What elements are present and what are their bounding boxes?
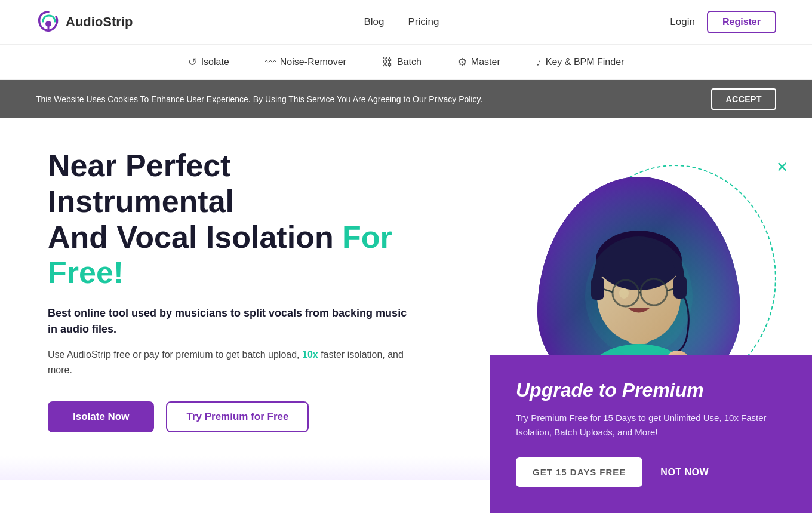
get-15-days-button[interactable]: GET 15 DAYS FREE: [516, 457, 642, 480]
subnav-batch[interactable]: ⛓ Batch: [382, 56, 422, 69]
not-now-button[interactable]: NOT NOW: [660, 467, 709, 478]
hero-title-line1: Near Perfect Instrumental: [48, 148, 234, 219]
hero-cross-icon: ✕: [776, 159, 788, 176]
hero-description: Use AudioStrip free or pay for premium t…: [48, 347, 418, 377]
batch-icon: ⛓: [382, 56, 393, 69]
subnav-batch-label: Batch: [397, 57, 422, 67]
popup-title: Upgrade to Premium: [516, 379, 786, 401]
nav-links: Blog Pricing: [364, 16, 439, 28]
popup-actions: GET 15 DAYS FREE NOT NOW: [516, 457, 786, 480]
cookie-banner: This Website Uses Cookies To Enhance Use…: [0, 80, 812, 118]
noise-remover-icon: 〰: [265, 56, 276, 69]
hero-title-line2-plain: And Vocal Isolation: [48, 220, 342, 254]
key-bpm-icon: ♪: [536, 56, 542, 69]
try-premium-button[interactable]: Try Premium for Free: [166, 401, 309, 432]
subnav-isolate-label: Isolate: [201, 57, 229, 67]
login-link[interactable]: Login: [670, 16, 695, 28]
subnav-noise-label: Noise-Remover: [280, 57, 346, 67]
premium-popup: Upgrade to Premium Try Premium Free for …: [490, 355, 812, 480]
subnav-master-label: Master: [471, 57, 500, 67]
nav-actions: Login Register: [670, 11, 776, 33]
navbar: AudioStrip Blog Pricing Login Register: [0, 0, 812, 45]
cookie-text: This Website Uses Cookies To Enhance Use…: [36, 94, 482, 104]
svg-point-15: [585, 236, 693, 356]
subnav-key-bpm-label: Key & BPM Finder: [546, 57, 625, 67]
logo-link[interactable]: AudioStrip: [36, 10, 133, 35]
subnav: ↺ Isolate 〰 Noise-Remover ⛓ Batch ⚙ Mast…: [0, 45, 812, 80]
isolate-icon: ↺: [188, 56, 197, 69]
subnav-isolate[interactable]: ↺ Isolate: [188, 56, 229, 69]
isolate-now-button[interactable]: Isolate Now: [48, 401, 154, 432]
hero-buttons: Isolate Now Try Premium for Free: [48, 401, 418, 432]
subnav-key-bpm[interactable]: ♪ Key & BPM Finder: [536, 56, 625, 69]
subnav-noise-remover[interactable]: 〰 Noise-Remover: [265, 56, 346, 69]
logo-text: AudioStrip: [66, 14, 133, 30]
privacy-policy-link[interactable]: Privacy Policy: [429, 94, 480, 104]
speed-highlight-link[interactable]: 10x: [302, 349, 318, 360]
hero-title: Near Perfect Instrumental And Vocal Isol…: [48, 148, 418, 291]
hero-content: Near Perfect Instrumental And Vocal Isol…: [48, 148, 418, 432]
master-icon: ⚙: [457, 56, 467, 69]
popup-description: Try Premium Free for 15 Days to get Unli…: [516, 411, 786, 440]
subnav-master[interactable]: ⚙ Master: [457, 56, 500, 69]
accept-cookies-button[interactable]: ACCEPT: [711, 88, 776, 110]
logo-icon: [36, 10, 61, 35]
hero-subtitle: Best online tool used by musicians to sp…: [48, 305, 418, 337]
nav-blog[interactable]: Blog: [364, 16, 384, 28]
nav-pricing[interactable]: Pricing: [408, 16, 439, 28]
register-button[interactable]: Register: [707, 11, 776, 33]
